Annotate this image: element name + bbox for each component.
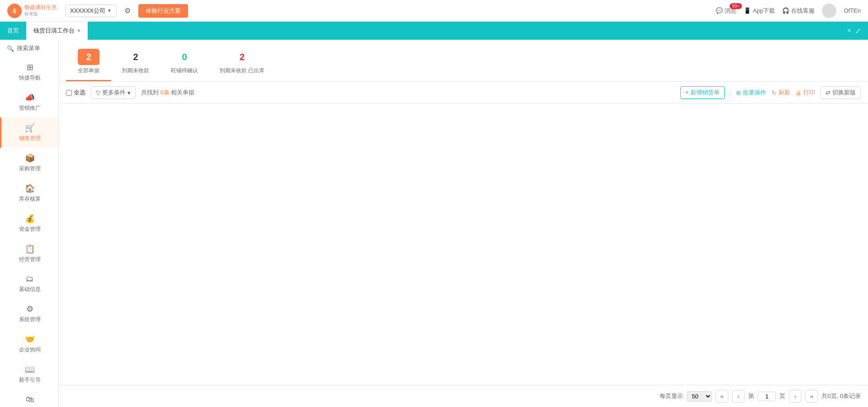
sidebar-item-purchase[interactable]: 📦 采购管理 xyxy=(0,148,58,178)
batch-button[interactable]: ⊞ 批量操作 xyxy=(736,89,766,97)
sidebar-item-app-center[interactable]: 🛍 应用中心 xyxy=(0,389,58,407)
refresh-icon: ↻ xyxy=(772,89,777,96)
content-area: 2 全部单据 2 到期未收款 0 旺铺待确认 2 到期未收款 已出库 全选 xyxy=(59,40,868,407)
sidebar-label-guide: 新手引导 xyxy=(19,376,41,384)
page-number-input[interactable] xyxy=(758,392,776,401)
sidebar-item-search[interactable]: 🔍 搜索菜单 xyxy=(0,40,58,57)
page-size-select[interactable]: 20 50 100 xyxy=(687,391,712,402)
trial-button[interactable]: 体验行业方案 xyxy=(138,4,188,18)
window-expand-button[interactable]: ⤢ xyxy=(855,27,861,35)
stat-shipped-number: 2 xyxy=(231,49,253,65)
filter-button[interactable]: ▽ 更多条件 ▾ xyxy=(91,86,136,99)
print-icon: 🖨 xyxy=(796,89,802,96)
active-tab-label: 钱货日清工作台 xyxy=(33,27,75,35)
sidebar-label-basic-info: 基础信息 xyxy=(19,285,41,293)
app-download-label: App下载 xyxy=(753,7,775,15)
tab-bar: 首页 钱货日清工作台 × × ⤢ xyxy=(0,22,868,40)
stat-tab-shipped[interactable]: 2 到期未收款 已出库 xyxy=(209,45,275,81)
service-icon: 🎧 xyxy=(782,7,789,14)
sidebar-item-quick-nav[interactable]: ⊞ 快捷导航 xyxy=(0,57,58,87)
tab-home[interactable]: 首页 xyxy=(0,22,26,40)
megaphone-icon: 📣 xyxy=(25,93,35,103)
sidebar-label-sales: 销售管理 xyxy=(19,135,41,142)
online-service-label: 在线客服 xyxy=(791,7,815,15)
table-area xyxy=(59,104,868,385)
tab-close-icon[interactable]: × xyxy=(77,28,80,34)
top-header: 6 畅捷通好生意 标准版 XXXXXX公司 ▼ ⚙ 体验行业方案 💬 消息 99… xyxy=(0,0,868,22)
sidebar-item-basic-info[interactable]: 🗂 基础信息 xyxy=(0,269,58,299)
sidebar-label-quick-nav: 快捷导航 xyxy=(19,74,41,82)
chevron-down-icon: ▼ xyxy=(107,8,112,13)
stat-tab-overdue[interactable]: 2 到期未收款 xyxy=(111,45,160,81)
operations-icon: 📋 xyxy=(25,244,35,254)
logo-text: 畅捷通好生意 xyxy=(24,4,57,10)
print-button[interactable]: 🖨 打印 xyxy=(796,89,815,97)
result-prefix: 共找到 xyxy=(141,89,159,96)
company-selector[interactable]: XXXXXX公司 ▼ xyxy=(65,5,117,17)
next-page-button[interactable]: › xyxy=(789,390,802,402)
sidebar-label-operations: 经营管理 xyxy=(19,256,41,263)
app-download-button[interactable]: 📱 App下载 xyxy=(744,7,775,15)
refresh-button[interactable]: ↻ 刷新 xyxy=(772,89,790,97)
stat-tab-wangpu[interactable]: 0 旺铺待确认 xyxy=(160,45,209,81)
sidebar-item-operations[interactable]: 📋 经营管理 xyxy=(0,239,58,269)
select-all-checkbox[interactable]: 全选 xyxy=(66,89,85,97)
toolbar: 全选 ▽ 更多条件 ▾ 共找到 0条 相关单据 + 新增销货单 ⊞ 批量操作 xyxy=(59,82,868,104)
sidebar-label-marketing: 营销推广 xyxy=(19,104,41,112)
batch-label: 批量操作 xyxy=(743,89,766,97)
system-icon: ⚙ xyxy=(26,304,33,314)
switch-version-button[interactable]: ⇄ 切换新版 xyxy=(821,86,861,99)
sidebar-item-guide[interactable]: 📖 新手引导 xyxy=(0,359,58,389)
sidebar-item-marketing[interactable]: 📣 营销推广 xyxy=(0,87,58,117)
page-suffix: 页 xyxy=(779,392,785,400)
tab-qhrc[interactable]: 钱货日清工作台 × xyxy=(26,22,88,40)
guide-icon: 📖 xyxy=(25,365,35,374)
home-tab-label: 首页 xyxy=(7,27,19,35)
result-text: 共找到 0条 相关单据 xyxy=(141,89,194,97)
pagination: 每页显示 20 50 100 « ‹ 第 页 › » 共0页, 0条记录 xyxy=(59,385,868,407)
online-service-button[interactable]: 🎧 在线客服 xyxy=(782,7,815,15)
settings-button[interactable]: ⚙ xyxy=(120,4,135,18)
search-icon: 🔍 xyxy=(7,45,14,52)
sidebar-item-inventory[interactable]: 🏠 库存核算 xyxy=(0,178,58,208)
switch-label: 切换新版 xyxy=(832,89,856,97)
total-info: 共0页, 0条记录 xyxy=(821,392,861,400)
stat-tab-all[interactable]: 2 全部单据 xyxy=(66,45,111,81)
switch-icon: ⇄ xyxy=(826,89,830,96)
toolbar-divider xyxy=(730,88,731,97)
logo-area: 6 畅捷通好生意 标准版 xyxy=(7,4,61,18)
sidebar-item-collab[interactable]: 🤝 企业协同 xyxy=(0,329,58,359)
window-close-button[interactable]: × xyxy=(847,27,851,35)
add-sale-button[interactable]: + 新增销货单 xyxy=(680,86,725,99)
stat-wangpu-number: 0 xyxy=(174,49,195,65)
message-icon: 💬 xyxy=(716,7,723,14)
page-size-label: 每页显示 xyxy=(660,392,683,400)
sidebar-label-funds: 资金管理 xyxy=(19,225,41,233)
last-page-button[interactable]: » xyxy=(805,390,818,402)
sidebar-item-funds[interactable]: 💰 资金管理 xyxy=(0,208,58,239)
sidebar-label-inventory: 库存核算 xyxy=(19,195,41,203)
result-suffix: 相关单据 xyxy=(171,89,194,96)
select-all-input[interactable] xyxy=(66,90,72,96)
sidebar-item-sales[interactable]: 🛒 销售管理 xyxy=(0,117,58,148)
filter-label: 更多条件 xyxy=(102,89,126,97)
result-count: 0条 xyxy=(160,89,170,96)
message-button[interactable]: 💬 消息 99+ xyxy=(716,7,736,15)
cart-icon: 🛒 xyxy=(25,123,35,133)
user-name[interactable]: OfTEn xyxy=(844,7,861,14)
logo-text-group: 畅捷通好生意 标准版 xyxy=(24,4,57,17)
stat-shipped-label: 到期未收款 已出库 xyxy=(220,67,264,75)
first-page-button[interactable]: « xyxy=(716,390,728,402)
logo-icon: 6 xyxy=(7,4,22,18)
main-layout: 🔍 搜索菜单 ⊞ 快捷导航 📣 营销推广 🛒 销售管理 📦 采购管理 🏠 库存核… xyxy=(0,40,868,407)
stat-all-number: 2 xyxy=(78,49,99,65)
basicinfo-icon: 🗂 xyxy=(26,274,34,284)
select-all-label: 全选 xyxy=(74,89,85,97)
collab-icon: 🤝 xyxy=(25,334,35,344)
sidebar-item-system[interactable]: ⚙ 系统管理 xyxy=(0,299,58,329)
download-icon: 📱 xyxy=(744,7,751,14)
prev-page-button[interactable]: ‹ xyxy=(732,390,745,402)
tab-actions: × ⤢ xyxy=(840,27,868,35)
stats-tabs: 2 全部单据 2 到期未收款 0 旺铺待确认 2 到期未收款 已出库 xyxy=(59,40,868,82)
logo-sub: 标准版 xyxy=(24,11,57,17)
